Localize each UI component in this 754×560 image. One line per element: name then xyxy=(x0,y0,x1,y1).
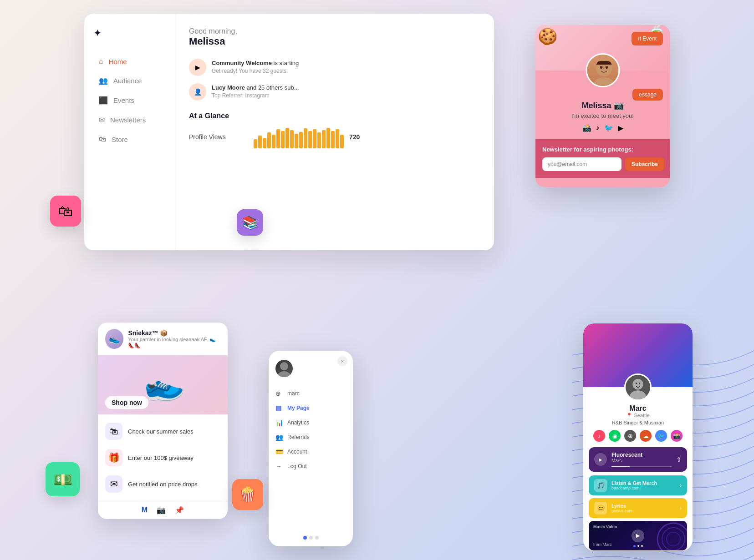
link-item-lyrics[interactable]: 😊 Lyrics genius.com › xyxy=(589,498,687,518)
music-icon-spotify[interactable]: ◉ xyxy=(609,430,621,442)
shop-now-badge[interactable]: Shop now xyxy=(105,396,148,409)
tiktok-icon[interactable]: ♪ xyxy=(596,124,600,132)
event-button[interactable]: rt Event xyxy=(632,32,663,45)
books-emoji: 📚 xyxy=(242,215,258,230)
svg-point-9 xyxy=(639,383,641,384)
svg-point-1 xyxy=(592,77,615,87)
track-info: Fluorescent Marc xyxy=(611,452,672,467)
sidebar-item-events[interactable]: ⬛ Events xyxy=(93,91,166,109)
message-button[interactable]: essage xyxy=(632,89,663,101)
newsletters-icon: ✉ xyxy=(99,116,105,124)
phone-nav-analytics[interactable]: 📊 Analytics xyxy=(275,415,346,430)
music-icon-instagram[interactable]: 📸 xyxy=(671,430,683,442)
profile-card: 🍪 🍵 rt Event essage Melissa 📷 I'm excite… xyxy=(535,25,670,187)
list-item-summer[interactable]: 🛍 Check our summer sales xyxy=(98,418,228,444)
phone-nav-icon-mypage: ▤ xyxy=(275,404,284,412)
chart-bar xyxy=(322,130,326,148)
phone-nav-mockup: × ⊕ marc ▤ My Page 📊 Analytics 👥 Referra… xyxy=(269,351,353,546)
newsletter-title: Newsletter for aspiring photogs: xyxy=(542,146,663,153)
phone-nav-toggle xyxy=(269,536,353,540)
svg-point-6 xyxy=(632,379,643,389)
music-icon-bandcamp[interactable]: ⊕ xyxy=(624,430,636,442)
track-purple-bg: ▶ Fluorescent Marc ⇧ xyxy=(589,447,687,472)
phone-nav-label-marc: marc xyxy=(287,390,300,397)
instagram-link[interactable]: 📷 xyxy=(157,506,166,515)
sidebar-item-store[interactable]: 🛍 Store xyxy=(93,131,166,148)
link-item-lyrics-info: Lyrics genius.com xyxy=(611,503,675,513)
phone-nav-account[interactable]: 💳 Account xyxy=(275,444,346,459)
link-item-lyrics-icon: 😊 xyxy=(594,502,607,515)
phone-nav-mypage[interactable]: ▤ My Page xyxy=(275,401,346,415)
track-play-button[interactable]: ▶ xyxy=(594,453,607,466)
at-a-glance-title: At a Glance xyxy=(189,112,480,120)
sidebar-item-home[interactable]: ⌂ Home xyxy=(93,53,166,70)
sneakers-hero-image: 👟 Shop now xyxy=(98,355,228,414)
phone-nav-logout[interactable]: → Log Out xyxy=(275,459,346,474)
chart-bar xyxy=(326,128,330,148)
social-icons: 📸 ♪ 🐦 ▶ xyxy=(542,124,663,132)
phone-nav-referrals[interactable]: 👥 Referrals xyxy=(275,430,346,444)
chart-bar xyxy=(340,135,344,148)
track-share-icon[interactable]: ⇧ xyxy=(676,456,682,463)
profile-views-chart xyxy=(254,126,344,148)
price-drops-label: Get notified on price drops xyxy=(128,481,197,488)
music-icon-note[interactable]: ♪ xyxy=(593,430,605,442)
phone-nav-label-referrals: Referrals xyxy=(287,434,310,440)
twitter-icon[interactable]: 🐦 xyxy=(604,124,613,132)
list-item-price-drops[interactable]: ✉ Get notified on price drops xyxy=(98,471,228,497)
marc-bio: R&B Singer & Musician xyxy=(590,420,686,425)
subscribe-button[interactable]: Subscribe xyxy=(625,157,664,171)
phone-nav-label-logout: Log Out xyxy=(287,463,307,469)
youtube-icon[interactable]: ▶ xyxy=(618,124,623,132)
sneakers-brand-name: Sniekaz™ 📦 xyxy=(128,329,220,337)
notif-text-community: Community Welcome is starting Get ready!… xyxy=(212,59,299,74)
phone-nav-icon-analytics: 📊 xyxy=(275,419,284,426)
newsletter-email-input[interactable] xyxy=(542,157,622,171)
avatar-face xyxy=(587,55,618,86)
phone-close-button[interactable]: × xyxy=(337,356,347,366)
music-track: ▶ Fluorescent Marc ⇧ xyxy=(589,447,687,472)
link-item-merch-arrow: › xyxy=(680,482,682,489)
phone-nav-marc[interactable]: ⊕ marc xyxy=(275,386,346,401)
sidebar-label-audience: Audience xyxy=(113,77,142,85)
sidebar-item-audience[interactable]: 👥 Audience xyxy=(93,72,166,90)
phone-nav: ⊕ marc ▤ My Page 📊 Analytics 👥 Referrals… xyxy=(269,351,353,483)
marc-dot-2 xyxy=(641,545,643,547)
pinterest-link[interactable]: 📌 xyxy=(175,506,184,515)
summer-sales-icon: 🛍 xyxy=(105,423,122,440)
greeting: Good morning, Melissa xyxy=(189,27,480,47)
chart-bar xyxy=(299,132,303,148)
profile-views-row: Profile Views xyxy=(189,126,480,148)
profile-avatar xyxy=(586,53,620,87)
chart-bar xyxy=(263,138,266,148)
marc-location: 📍 Seattle xyxy=(590,413,686,419)
chart-bar xyxy=(254,139,257,148)
svg-point-12 xyxy=(667,532,680,546)
sneakers-tagline: Your parnter in looking sleaaaak AF. 👟👠👠 xyxy=(128,337,220,348)
profile-info: essage Melissa 📷 I'm excited to meet you… xyxy=(535,91,670,132)
music-icon-twitter[interactable]: 🐦 xyxy=(655,430,667,442)
medium-link[interactable]: M xyxy=(142,506,148,515)
marc-music-card: Marc 📍 Seattle R&B Singer & Musician ♪ ◉… xyxy=(583,323,693,551)
profile-card-bg: 🍪 🍵 rt Event xyxy=(535,25,670,71)
giveaway-label: Enter our 100$ giveaway xyxy=(128,454,194,461)
store-icon: 🛍 xyxy=(99,135,106,143)
instagram-icon[interactable]: 📸 xyxy=(582,124,591,132)
phone-nav-icon-logout: → xyxy=(275,463,284,470)
phone-nav-label-mypage: My Page xyxy=(287,405,310,411)
link-item-merch[interactable]: 🎵 Listen & Get Merch bandcamp.com › xyxy=(589,475,687,495)
profile-views-label: Profile Views xyxy=(189,133,244,141)
svg-point-5 xyxy=(278,371,290,377)
sneakers-card: 👟 Sniekaz™ 📦 Your parnter in looking sle… xyxy=(98,323,228,519)
chart-bar xyxy=(313,129,316,148)
music-icon-soundcloud[interactable]: ☁ xyxy=(640,430,652,442)
audience-icon: 👥 xyxy=(99,76,108,85)
list-item-giveaway[interactable]: 🎁 Enter our 100$ giveaway xyxy=(98,444,228,471)
svg-point-4 xyxy=(280,362,288,370)
sidebar-item-newsletters[interactable]: ✉ Newsletters xyxy=(93,111,166,129)
notif-title-lucy: Lucy Moore and 25 others sub... xyxy=(212,83,299,92)
notification-community: ▶ Community Welcome is starting Get read… xyxy=(189,59,480,76)
svg-point-3 xyxy=(605,66,608,69)
notification-lucy: 👤 Lucy Moore and 25 others sub... Top Re… xyxy=(189,83,480,101)
floating-card-books: 📚 xyxy=(237,209,263,236)
